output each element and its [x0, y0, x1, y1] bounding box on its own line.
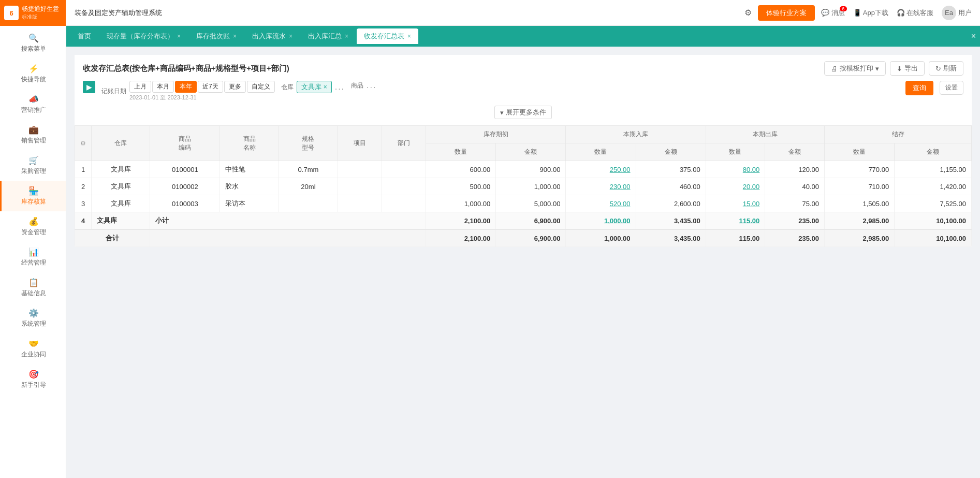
tab-home[interactable]: 首页	[70, 28, 98, 44]
sidebar-item-quick[interactable]: ⚡快捷导航	[0, 59, 66, 89]
date-this-year[interactable]: 本年	[175, 81, 197, 93]
date-last-month[interactable]: 上月	[129, 81, 151, 93]
sidebar-header: 6 畅捷通好生意 标准版	[0, 0, 66, 26]
gear-icon[interactable]: ⚙	[744, 8, 752, 18]
date-this-month[interactable]: 本月	[152, 81, 174, 93]
sidebar-nav: 🔍搜索菜单⚡快捷导航📣营销推广💼销售管理🛒采购管理🏪库存核算💰资金管理📊经营管理…	[0, 26, 66, 478]
total-closing-amt: 10,100.00	[895, 229, 972, 247]
sidebar-item-finance[interactable]: 💰资金管理	[0, 211, 66, 242]
total-closing-qty: 2,985.00	[825, 229, 895, 247]
row-department	[382, 195, 426, 212]
total-opening-amt: 6,900.00	[496, 229, 566, 247]
row-out-amt: 75.00	[765, 195, 825, 212]
print-icon: 🖨	[831, 65, 838, 73]
total-out-qty: 115.00	[706, 229, 765, 247]
col-opening-amt: 金额	[496, 143, 566, 161]
avatar: Ea	[942, 6, 956, 20]
finance-icon: 💰	[28, 216, 39, 226]
row-out-qty[interactable]: 80.00	[706, 161, 765, 178]
row-out-qty[interactable]: 15.00	[706, 195, 765, 212]
expand-icon: ▾	[500, 109, 504, 117]
row-in-amt: 375.00	[636, 161, 706, 178]
col-group-out: 本期出库	[706, 126, 824, 143]
warehouse-tag-close[interactable]: ×	[324, 83, 327, 91]
filter-toggle[interactable]: ▶	[83, 81, 95, 93]
row-out-amt: 120.00	[765, 161, 825, 178]
message-btn[interactable]: 💬 6 消息	[821, 8, 845, 18]
close-all-tabs[interactable]: ×	[971, 32, 976, 41]
inventory-icon: 🏪	[28, 186, 39, 196]
print-btn[interactable]: 🖨 按模板打印 ▾	[824, 61, 886, 76]
row-in-qty[interactable]: 520.00	[566, 195, 636, 212]
tab-flow[interactable]: 出入库流水 ×	[245, 28, 300, 44]
page-title-row: 收发存汇总表(按仓库+商品编码+商品+规格型号+项目+部门) 🖨 按模板打印 ▾…	[83, 61, 963, 76]
date-custom[interactable]: 自定义	[247, 81, 275, 93]
sidebar-item-sales[interactable]: 💼销售管理	[0, 120, 66, 150]
sidebar-item-purchase[interactable]: 🛒采购管理	[0, 150, 66, 181]
col-group-opening: 库存期初	[426, 126, 566, 143]
sidebar-item-label-purchase: 采购管理	[21, 167, 46, 176]
refresh-btn[interactable]: ↻ 刷新	[929, 61, 963, 76]
subtotal-row: 4 文具库 小计 2,100.00 6,900.00 1,000.00 3,43…	[75, 212, 972, 230]
subtotal-in-qty[interactable]: 1,000.00	[566, 212, 636, 230]
date-more[interactable]: 更多	[224, 81, 246, 93]
sidebar-item-label-system: 系统管理	[21, 320, 46, 328]
subtotal-opening-qty: 2,100.00	[426, 212, 496, 230]
row-in-qty[interactable]: 230.00	[566, 178, 636, 195]
subtotal-closing-amt: 10,100.00	[895, 212, 972, 230]
tab-close-summary[interactable]: ×	[345, 33, 348, 40]
row-no: 2	[75, 178, 92, 195]
col-product-name: 商品名称	[220, 126, 279, 161]
guide-icon: 🎯	[28, 369, 39, 379]
subtotal-label: 小计	[150, 212, 426, 230]
row-opening-qty: 500.00	[426, 178, 496, 195]
purchase-icon: 🛒	[28, 155, 39, 165]
product-more[interactable]: ...	[367, 81, 376, 90]
tab-close-batch[interactable]: ×	[233, 33, 237, 40]
tab-inventory-dist[interactable]: 现存量（库存分布表） ×	[99, 28, 188, 44]
export-btn[interactable]: ⬇ 导出	[890, 61, 925, 76]
sidebar-item-label-search: 搜索菜单	[21, 45, 46, 53]
main-area: 装备及固定资产辅助管理系统 ⚙ 体验行业方案 💬 6 消息 📱 App下载 🎧 …	[66, 0, 980, 478]
tab-close-inventory-dist[interactable]: ×	[177, 33, 181, 40]
tab-close-flow[interactable]: ×	[289, 33, 292, 40]
quick-icon: ⚡	[28, 64, 39, 74]
tab-recv-summary[interactable]: 收发存汇总表 ×	[357, 28, 418, 44]
row-out-qty[interactable]: 20.00	[706, 178, 765, 195]
sidebar-item-search[interactable]: 🔍搜索菜单	[0, 28, 66, 59]
tab-close-recv-summary[interactable]: ×	[407, 33, 411, 40]
sidebar-item-inventory[interactable]: 🏪库存核算	[0, 181, 66, 211]
row-closing-qty: 710.00	[825, 178, 895, 195]
subtotal-out-qty[interactable]: 115.00	[706, 212, 765, 230]
col-out-amt: 金额	[765, 143, 825, 161]
date-7days[interactable]: 近7天	[198, 81, 223, 93]
row-closing-qty: 770.00	[825, 161, 895, 178]
col-warehouse: 仓库	[92, 126, 150, 161]
sidebar-item-operations[interactable]: 📊经营管理	[0, 242, 66, 272]
sidebar-item-basic[interactable]: 📋基础信息	[0, 272, 66, 303]
settings-btn[interactable]: 设置	[940, 81, 963, 95]
row-name: 采访本	[220, 195, 279, 212]
row-code: 0100002	[150, 178, 220, 195]
total-row: 合计 2,100.00 6,900.00 1,000.00 3,435.00 1…	[75, 229, 972, 247]
expand-conditions-btn[interactable]: ▾ 展开更多条件	[494, 106, 552, 119]
table-row: 1 文具库 0100001 中性笔 0.7mm 600.00 900.00 25…	[75, 161, 972, 178]
filter-container: 收发存汇总表(按仓库+商品编码+商品+规格型号+项目+部门) 🖨 按模板打印 ▾…	[75, 55, 972, 125]
sidebar-item-system[interactable]: ⚙️系统管理	[0, 303, 66, 334]
col-settings[interactable]: ⚙	[75, 126, 92, 161]
user-menu[interactable]: Ea 用户	[942, 6, 972, 20]
row-in-qty[interactable]: 250.00	[566, 161, 636, 178]
sidebar-item-marketing[interactable]: 📣营销推广	[0, 89, 66, 120]
sidebar-item-guide[interactable]: 🎯新手引导	[0, 364, 66, 395]
product-label: 商品	[351, 81, 363, 90]
tab-summary[interactable]: 出入库汇总 ×	[301, 28, 356, 44]
trial-btn[interactable]: 体验行业方案	[758, 5, 815, 21]
message-icon: 💬	[821, 9, 829, 17]
sidebar-item-enterprise[interactable]: 🤝企业协同	[0, 334, 66, 364]
service-btn[interactable]: 🎧 在线客服	[897, 8, 933, 18]
tab-batch[interactable]: 库存批次账 ×	[189, 28, 244, 44]
query-btn[interactable]: 查询	[905, 81, 933, 95]
sidebar-item-label-operations: 经营管理	[21, 258, 46, 267]
warehouse-more[interactable]: ...	[335, 82, 345, 92]
app-download-btn[interactable]: 📱 App下载	[853, 8, 888, 18]
